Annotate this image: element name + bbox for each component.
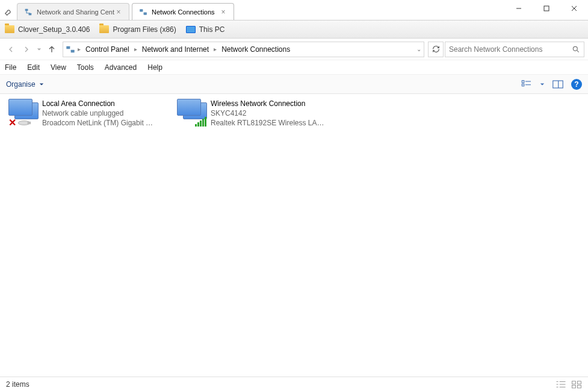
svg-rect-5	[544, 6, 549, 11]
refresh-button[interactable]	[428, 42, 444, 57]
forward-button[interactable]	[19, 42, 34, 57]
svg-rect-3	[144, 12, 147, 14]
tab-label: Network Connections	[152, 8, 219, 16]
folder-icon	[99, 25, 109, 33]
signal-icon	[195, 117, 206, 127]
svg-rect-28	[572, 385, 576, 388]
organise-dropdown[interactable]: Organise	[6, 80, 44, 89]
connection-wireless[interactable]: Wireless Network Connection SKYC4142 Rea…	[177, 99, 327, 128]
svg-rect-16	[553, 81, 563, 88]
svg-rect-8	[66, 46, 70, 49]
up-button[interactable]	[45, 42, 59, 57]
wired-network-icon: ✕	[8, 99, 37, 128]
svg-rect-9	[71, 49, 75, 52]
search-input[interactable]	[449, 45, 572, 54]
svg-rect-13	[522, 84, 524, 86]
menu-file[interactable]: File	[5, 63, 16, 72]
content-area[interactable]: ✕ Local Area Connection Network cable un…	[0, 94, 588, 377]
maximize-button[interactable]	[533, 0, 560, 17]
bookmark-item[interactable]: Clover_Setup_3.0.406	[5, 25, 90, 34]
svg-line-11	[577, 50, 578, 52]
breadcrumb[interactable]: ▸ Control Panel ▸ Network and Internet ▸…	[63, 42, 424, 57]
tab-network-connections[interactable]: Network Connections ×	[132, 3, 234, 20]
status-bar: 2 items	[0, 377, 588, 391]
item-count: 2 items	[6, 380, 29, 389]
svg-rect-0	[25, 8, 28, 11]
titlebar: Network and Sharing Cent × Network Conne…	[0, 0, 588, 20]
view-options-button[interactable]	[521, 78, 533, 90]
tab-strip: Network and Sharing Cent × Network Conne…	[17, 0, 505, 20]
large-icons-view-icon[interactable]	[571, 380, 582, 389]
pc-icon	[186, 26, 196, 33]
chevron-down-icon[interactable]	[540, 82, 545, 87]
connection-device: Realtek RTL8192SE Wireless LAN 8...	[211, 118, 325, 128]
bookmark-item[interactable]: This PC	[186, 25, 225, 34]
menu-help[interactable]: Help	[147, 63, 162, 72]
wireless-network-icon	[177, 99, 206, 128]
menu-advanced[interactable]: Advanced	[105, 63, 137, 72]
menu-view[interactable]: View	[51, 63, 66, 72]
close-button[interactable]	[560, 0, 588, 17]
location-icon	[66, 45, 75, 54]
svg-rect-26	[572, 381, 576, 384]
command-bar: Organise ?	[0, 75, 588, 94]
bookmarks-bar: Clover_Setup_3.0.406 Program Files (x86)…	[0, 20, 588, 39]
bookmark-label: This PC	[199, 25, 225, 34]
help-button[interactable]: ?	[571, 79, 582, 90]
organise-label: Organise	[6, 80, 36, 89]
bookmark-label: Program Files (x86)	[113, 25, 176, 34]
crumb-network-internet[interactable]: Network and Internet	[140, 44, 211, 55]
tab-close-icon[interactable]: ×	[114, 8, 123, 16]
menu-bar: File Edit View Tools Advanced Help	[0, 60, 588, 75]
chevron-down-icon[interactable]: ⌄	[416, 46, 421, 52]
connection-local-area[interactable]: ✕ Local Area Connection Network cable un…	[8, 99, 159, 128]
window-buttons	[505, 0, 588, 20]
bookmark-item[interactable]: Program Files (x86)	[99, 25, 176, 34]
minimize-button[interactable]	[505, 0, 533, 17]
tab-label: Network and Sharing Cent	[37, 8, 114, 16]
folder-icon	[5, 25, 14, 33]
svg-rect-29	[578, 385, 581, 388]
chevron-right-icon[interactable]: ▸	[78, 46, 81, 52]
svg-point-10	[573, 46, 577, 51]
tab-close-icon[interactable]: ×	[219, 8, 227, 16]
connection-device: Broadcom NetLink (TM) Gigabit E...	[42, 118, 156, 128]
network-connections-icon	[138, 7, 148, 17]
preview-pane-button[interactable]	[552, 78, 564, 90]
network-sharing-icon	[23, 7, 33, 17]
plug-icon	[16, 119, 32, 127]
disconnected-icon: ✕	[8, 118, 18, 128]
chevron-down-icon	[39, 82, 44, 87]
back-button[interactable]	[4, 42, 18, 57]
details-view-icon[interactable]	[556, 380, 566, 389]
bookmark-label: Clover_Setup_3.0.406	[18, 25, 90, 34]
tab-network-sharing[interactable]: Network and Sharing Cent ×	[17, 3, 129, 20]
search-box[interactable]	[445, 42, 584, 57]
svg-rect-2	[140, 9, 143, 11]
menu-tools[interactable]: Tools	[77, 63, 94, 72]
svg-rect-12	[522, 80, 524, 83]
connection-name: Local Area Connection	[42, 99, 156, 108]
chevron-right-icon[interactable]: ▸	[134, 46, 137, 52]
crumb-network-connections[interactable]: Network Connections	[219, 44, 292, 55]
svg-rect-27	[578, 381, 581, 384]
chevron-right-icon[interactable]: ▸	[214, 46, 217, 52]
svg-rect-19	[28, 122, 31, 124]
search-icon[interactable]	[572, 45, 580, 54]
connection-status: SKYC4142	[211, 108, 325, 118]
wrench-icon[interactable]	[0, 0, 17, 20]
connection-name: Wireless Network Connection	[211, 99, 325, 108]
address-bar: ▸ Control Panel ▸ Network and Internet ▸…	[0, 39, 588, 60]
crumb-control-panel[interactable]: Control Panel	[83, 44, 132, 55]
menu-edit[interactable]: Edit	[27, 63, 40, 72]
recent-locations-dropdown[interactable]	[35, 42, 43, 57]
connection-status: Network cable unplugged	[42, 108, 156, 118]
